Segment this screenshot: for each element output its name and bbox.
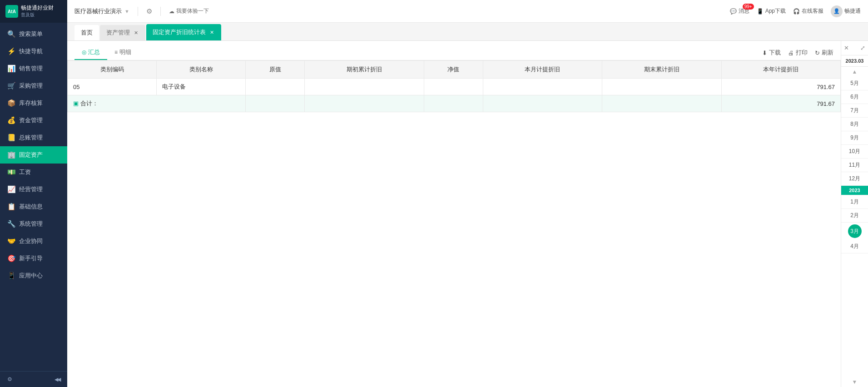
date-item-1[interactable]: 1月 (841, 195, 868, 209)
sidebar-logo: AtA (5, 5, 18, 18)
date-item-5[interactable]: 5月 (841, 77, 868, 90)
experience-button[interactable]: ☁ 我要体验一下 (169, 7, 209, 15)
sidebar-item-enterprise[interactable]: 🤝企业协同 (0, 233, 67, 250)
sub-tab-summary[interactable]: ◎ 汇总 (74, 45, 107, 60)
total-month-depreciation (483, 95, 602, 112)
tab-depreciation-report-label: 固定资产折旧统计表 (153, 28, 206, 36)
download-icon: ⬇ (762, 50, 767, 56)
total-end-depreciation (602, 95, 721, 112)
sidebar-item-label: 基础信息 (19, 203, 43, 211)
table-wrapper: 类别编码 类别名称 原值 期初累计折旧 净值 本月计提折旧 期末累计折旧 本年计… (67, 60, 841, 387)
app-center-icon: 📱 (7, 272, 15, 280)
sidebar-item-label: 库存核算 (19, 99, 43, 107)
settings-icon[interactable]: ⚙ (7, 376, 12, 382)
search-icon: 🔍 (7, 30, 15, 38)
sidebar-item-label: 工资 (19, 168, 31, 176)
sidebar-item-system[interactable]: 🔧系统管理 (0, 215, 67, 233)
date-item-2[interactable]: 2月 (841, 209, 868, 223)
date-scroll-up[interactable]: ▲ (841, 67, 868, 77)
messages-button[interactable]: 💬 消息 99+ (730, 7, 749, 15)
sidebar-item-basic-info[interactable]: 📋基础信息 (0, 198, 67, 215)
download-button[interactable]: ⬇ 下载 (762, 49, 781, 57)
tab-depreciation-report-close[interactable]: ✕ (208, 29, 215, 35)
purchase-icon: 🛒 (7, 82, 15, 90)
sidebar-item-label: 固定资产 (19, 151, 43, 159)
date-year-2023[interactable]: 2023 (841, 186, 868, 195)
cell-net (424, 79, 483, 95)
topbar-divider-2 (160, 7, 161, 16)
sidebar-item-operations[interactable]: 📈经营管理 (0, 181, 67, 198)
date-panel-expand-icon[interactable]: ⤢ (860, 45, 865, 51)
sidebar-item-label: 企业协同 (19, 237, 43, 245)
cell-name: 电子设备 (157, 79, 246, 95)
col-month-depreciation: 本月计提折旧 (483, 61, 602, 79)
sidebar-footer: ⚙ ◀◀ (0, 371, 67, 387)
right-date-panel: ✕ ⤢ 2023.03 ▲ 5月 6月 7月 8月 9月 10月 11月 12月… (841, 41, 868, 387)
sub-tab-detail[interactable]: ≡ 明细 (107, 45, 139, 60)
date-panel-current: 2023.03 (841, 55, 868, 67)
tab-home[interactable]: 首页 (74, 25, 99, 40)
topbar-right: 💬 消息 99+ 📱 App下载 🎧 在线客服 👤 畅捷通 (730, 5, 861, 17)
refresh-label: 刷新 (822, 49, 833, 57)
tab-asset-management[interactable]: 资产管理 ✕ (100, 25, 145, 40)
app-download-button[interactable]: 📱 App下载 (757, 7, 786, 15)
sidebar-item-guide[interactable]: 🎯新手引导 (0, 250, 67, 267)
print-label: 打印 (796, 49, 808, 57)
cell-code: 05 (68, 79, 157, 95)
sidebar-item-search[interactable]: 🔍搜索菜单 (0, 25, 67, 43)
date-item-7[interactable]: 7月 (841, 104, 868, 118)
date-item-3-selected[interactable]: 3月 (848, 224, 862, 238)
refresh-button[interactable]: ↻ 刷新 (815, 49, 833, 57)
topbar-settings-icon[interactable]: ⚙ (146, 7, 152, 15)
experience-label: 我要体验一下 (176, 7, 209, 15)
sidebar-item-ledger[interactable]: 📒总账管理 (0, 129, 67, 146)
sidebar-item-purchase[interactable]: 🛒采购管理 (0, 77, 67, 94)
cloud-icon: ☁ (169, 8, 174, 15)
finance-icon: 💰 (7, 116, 15, 124)
company-name: 医疗器械行业演示 (74, 7, 122, 15)
sidebar-header: AtA 畅捷通好业财 普及版 (0, 0, 67, 23)
enterprise-icon: 🤝 (7, 237, 15, 245)
sidebar-item-finance[interactable]: 💰资金管理 (0, 112, 67, 129)
sub-tab-detail-label: 明细 (119, 48, 131, 56)
date-item-10[interactable]: 10月 (841, 145, 868, 159)
cell-month-depreciation (483, 79, 602, 95)
sidebar: AtA 畅捷通好业财 普及版 🔍搜索菜单⚡快捷导航📊销售管理🛒采购管理📦库存核算… (0, 0, 67, 387)
sidebar-item-app-center[interactable]: 📱应用中心 (0, 267, 67, 284)
sidebar-item-inventory[interactable]: 📦库存核算 (0, 94, 67, 112)
sidebar-item-label: 应用中心 (19, 272, 43, 280)
sidebar-item-fixed-assets[interactable]: 🏢固定资产 (0, 146, 67, 164)
date-panel-close-icon[interactable]: ✕ (844, 45, 849, 51)
date-item-8[interactable]: 8月 (841, 118, 868, 131)
tab-depreciation-report[interactable]: 固定资产折旧统计表 ✕ (146, 24, 221, 40)
date-item-4[interactable]: 4月 (841, 240, 868, 253)
sidebar-item-quick-nav[interactable]: ⚡快捷导航 (0, 43, 67, 60)
date-item-6[interactable]: 6月 (841, 90, 868, 104)
sidebar-item-sales[interactable]: 📊销售管理 (0, 60, 67, 77)
col-name: 类别名称 (157, 61, 246, 79)
print-button[interactable]: 🖨 打印 (788, 49, 808, 57)
customer-service-button[interactable]: 🎧 在线客服 (793, 7, 823, 15)
guide-icon: 🎯 (7, 254, 15, 263)
sub-tab-summary-label: 汇总 (88, 48, 100, 56)
date-scroll-down[interactable]: ▼ (841, 377, 868, 387)
message-icon: 💬 (730, 8, 737, 15)
quick-nav-icon: ⚡ (7, 47, 15, 55)
date-item-11[interactable]: 11月 (841, 159, 868, 172)
download-label: 下载 (769, 49, 781, 57)
tab-asset-management-close[interactable]: ✕ (133, 30, 139, 36)
operations-icon: 📈 (7, 185, 15, 194)
user-menu[interactable]: 👤 畅捷通 (831, 5, 861, 17)
company-selector[interactable]: 医疗器械行业演示 ▼ (74, 7, 129, 15)
sidebar-item-payroll[interactable]: 💵工资 (0, 164, 67, 181)
download-icon: 📱 (757, 8, 764, 15)
table-total-row: ▣合计： 791.67 (68, 95, 841, 112)
date-panel-header: ✕ ⤢ (841, 41, 868, 55)
collapse-icon[interactable]: ◀◀ (55, 377, 60, 382)
sales-icon: 📊 (7, 64, 15, 73)
basic-info-icon: 📋 (7, 203, 15, 211)
tab-asset-management-label: 资产管理 (106, 29, 130, 37)
date-item-12[interactable]: 12月 (841, 172, 868, 186)
customer-service-label: 在线客服 (802, 7, 823, 15)
date-item-9[interactable]: 9月 (841, 131, 868, 145)
